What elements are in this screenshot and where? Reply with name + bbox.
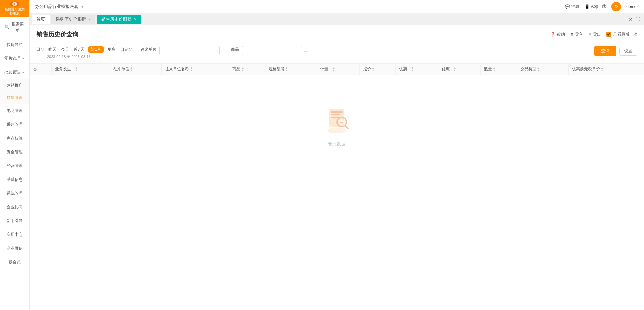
sidebar-item-member[interactable]: 畅会员 xyxy=(0,255,29,269)
close-tab-button[interactable]: ✕ xyxy=(629,17,633,22)
col-discount2[interactable]: 优惠...▲▼ xyxy=(438,64,481,75)
date-1month-btn[interactable]: 近1月 xyxy=(88,46,105,53)
column-settings-icon[interactable]: ⚙ xyxy=(33,67,37,72)
product-filter-label: 商品 xyxy=(231,46,239,52)
date-filter-group: 昨天 今天 近7天 近1月 更多 自定义 2023-02-18 至 2023-0… xyxy=(47,46,134,59)
sidebar-item-marketing[interactable]: 营销推广 xyxy=(0,79,29,92)
col-partner-code[interactable]: 往来单位▲▼ xyxy=(110,64,161,75)
import-button[interactable]: ⬆ 导入 xyxy=(570,32,583,37)
col-discount1[interactable]: 优惠...▲▼ xyxy=(395,64,438,75)
product-dots-button[interactable]: ... xyxy=(304,48,307,53)
sidebar-item-purchase[interactable]: 采购管理 xyxy=(0,118,29,132)
date-more-btn[interactable]: 更多 xyxy=(106,46,117,53)
sidebar-item-basics[interactable]: 基础信息 xyxy=(0,173,29,187)
col-settings: ⚙ xyxy=(30,64,52,75)
sort-icon-tax-price: ▲▼ xyxy=(601,67,603,72)
tab-home[interactable]: 首页 xyxy=(32,15,50,24)
sidebar-item-enterprise[interactable]: 企业协同 xyxy=(0,200,29,214)
sidebar-item-retail[interactable]: 零售管理 ▼ xyxy=(0,52,29,65)
date-range-display: 2023-02-18 至 2023-03-18 xyxy=(47,54,134,59)
customer-dots-button[interactable]: ... xyxy=(221,48,224,53)
col-qty[interactable]: 数量▲▼ xyxy=(481,64,517,75)
main-area: 办公用品行业模拟账套 ▾ 💬 消息 📱 App下载 D demo2 首页 采购历… xyxy=(30,0,644,310)
page-content: 销售历史价查询 ❓ 帮助 ⬆ 导入 ⬇ 导出 只看最后一次 xyxy=(30,25,644,310)
table-header-row: ⚙ 业务发生...▲▼ 往来单位▲▼ 往来单位名称▲▼ 商品▲▼ xyxy=(30,64,644,75)
message-button[interactable]: 💬 消息 xyxy=(565,4,579,9)
svg-rect-4 xyxy=(331,111,343,113)
purchase-label: 采购管理 xyxy=(7,122,23,127)
wholesale-arrow-icon: ▲ xyxy=(22,70,25,74)
empty-state: 暂元数据 xyxy=(30,75,644,174)
show-last-only-checkbox-label[interactable]: 只看最后一次 xyxy=(606,32,637,37)
date-custom-btn[interactable]: 自定义 xyxy=(119,46,134,53)
inventory-label: 库存核算 xyxy=(7,136,23,141)
sidebar-item-system[interactable]: 系统管理 xyxy=(0,187,29,200)
sort-icon-trade-type: ▲▼ xyxy=(537,67,540,72)
col-product[interactable]: 商品▲▼ xyxy=(229,64,265,75)
sidebar-item-wholesale[interactable]: 批发管理 ▲ xyxy=(0,65,29,79)
maximize-tab-button[interactable]: ⛶ xyxy=(635,17,640,22)
customer-filter-label: 往来单位 xyxy=(141,46,157,52)
logo-subtext: 标准版 xyxy=(10,11,20,15)
export-button[interactable]: ⬇ 导出 xyxy=(588,32,601,37)
member-label: 畅会员 xyxy=(9,259,21,265)
tab-sales-history[interactable]: 销售历史价跟踪 × xyxy=(97,15,141,24)
page-title: 销售历史价查询 xyxy=(36,30,78,38)
col-unit[interactable]: 计量...▲▼ xyxy=(317,64,360,75)
col-partner-name[interactable]: 往来单位名称▲▼ xyxy=(162,64,229,75)
svg-rect-10 xyxy=(339,121,344,121)
customer-input[interactable] xyxy=(159,46,220,55)
sidebar-item-wechat[interactable]: 企业微信 xyxy=(0,242,29,255)
topbar-dropdown-button[interactable]: ▾ xyxy=(81,4,83,9)
sort-icon-partner-name: ▲▼ xyxy=(190,67,193,72)
sidebar-item-finance[interactable]: 资金管理 xyxy=(0,145,29,159)
logo[interactable]: 6 畅捷通好生意 标准版 xyxy=(0,0,29,17)
import-icon: ⬆ xyxy=(570,32,574,37)
svg-rect-11 xyxy=(340,122,343,123)
help-icon: ❓ xyxy=(550,32,555,37)
show-last-only-checkbox[interactable] xyxy=(606,32,611,37)
message-label: 消息 xyxy=(571,4,579,9)
col-tax-price[interactable]: 优惠前无税单价▲▼ xyxy=(569,64,644,75)
enterprise-label: 企业协同 xyxy=(7,204,23,210)
empty-icon xyxy=(320,102,354,136)
col-quote[interactable]: 报价▲▼ xyxy=(360,64,395,75)
help-button[interactable]: ❓ 帮助 xyxy=(550,32,565,37)
date-yesterday-btn[interactable]: 昨天 xyxy=(47,46,58,53)
tab-purchase-history[interactable]: 采购历史价跟踪 × xyxy=(51,15,95,24)
page-header: 销售历史价查询 ❓ 帮助 ⬆ 导入 ⬇ 导出 只看最后一次 xyxy=(30,25,644,42)
date-today-btn[interactable]: 今天 xyxy=(60,46,70,53)
sidebar-item-inventory[interactable]: 库存核算 xyxy=(0,132,29,145)
sidebar-item-ecommerce[interactable]: 电商管理 xyxy=(0,104,29,118)
system-label: 系统管理 xyxy=(7,191,23,196)
app-download-button[interactable]: 📱 App下载 xyxy=(585,4,606,9)
tab-bar: 首页 采购历史价跟踪 × 销售历史价跟踪 × ✕ ⛶ xyxy=(30,13,644,25)
avatar-initial: D xyxy=(615,5,618,9)
tab-sales-close-icon[interactable]: × xyxy=(134,17,136,21)
logo-text: 畅捷通好生意 xyxy=(5,7,25,11)
sidebar-item-operations[interactable]: 经营管理 xyxy=(0,159,29,173)
app-download-label: App下载 xyxy=(591,4,606,9)
query-button[interactable]: 查询 xyxy=(594,46,616,56)
sidebar-item-sales[interactable]: 销售管理 xyxy=(0,92,29,104)
export-label: 导出 xyxy=(593,32,601,37)
tab-purchase-close-icon[interactable]: × xyxy=(88,17,91,21)
sort-icon-discount1: ▲▼ xyxy=(411,67,414,72)
date-7days-btn[interactable]: 近7天 xyxy=(72,46,86,53)
guide-label: 新手引导 xyxy=(7,218,23,224)
table-wrapper: ⚙ 业务发生...▲▼ 往来单位▲▼ 往来单位名称▲▼ 商品▲▼ xyxy=(30,64,644,310)
col-biz-date[interactable]: 业务发生...▲▼ xyxy=(52,64,110,75)
col-spec[interactable]: 规格型号▲▼ xyxy=(265,64,317,75)
sort-icon-unit: ▲▼ xyxy=(332,67,335,72)
search-menu-button[interactable]: 🔍 搜索菜单 xyxy=(3,19,26,35)
product-input[interactable] xyxy=(242,46,302,55)
settings-button[interactable]: 设置 xyxy=(619,47,637,56)
app-center-label: 应用中心 xyxy=(7,232,23,238)
sidebar-item-guide[interactable]: 新手引导 xyxy=(0,214,29,228)
svg-rect-5 xyxy=(331,114,340,115)
sidebar-item-quick-nav[interactable]: 快捷导航 xyxy=(0,38,29,52)
svg-point-8 xyxy=(339,119,345,125)
col-trade-type[interactable]: 交易类型▲▼ xyxy=(517,64,568,75)
sidebar-item-app-center[interactable]: 应用中心 xyxy=(0,228,29,242)
sort-icon-partner-code: ▲▼ xyxy=(130,67,133,72)
